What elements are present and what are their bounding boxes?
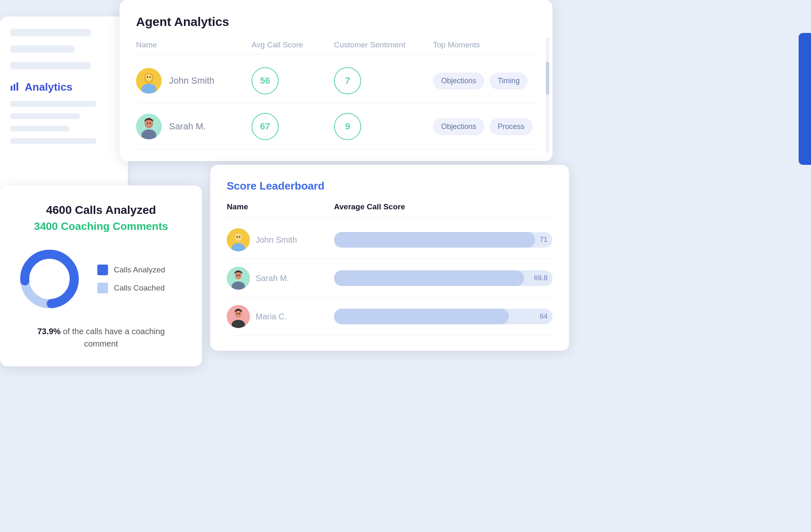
sarah-name: Sarah M.: [169, 121, 206, 132]
lb-john-agent: John Smith: [227, 228, 334, 251]
john-bar-fill: [334, 232, 535, 248]
col-sentiment: Customer Sentiment: [334, 40, 433, 49]
svg-point-26: [237, 274, 238, 276]
sarah-sentiment-cell: 9: [334, 113, 433, 140]
scrollbar-thumb: [546, 62, 549, 95]
legend-dot-analyzed: [97, 265, 108, 275]
lb-maria-name: Maria C.: [256, 312, 287, 321]
agent-analytics-card: Agent Analytics Name Avg Call Score Cust…: [120, 0, 552, 161]
scrollbar-track[interactable]: [546, 37, 549, 153]
svg-point-25: [235, 272, 242, 279]
sarah-bar-fill: [334, 270, 524, 286]
donut-chart: [16, 246, 82, 312]
john-bar-track: 71: [334, 232, 552, 248]
john-moment-timing: Timing: [489, 73, 528, 89]
john-moment-objections: Objections: [433, 73, 484, 89]
legend-label-analyzed: Calls Analyzed: [114, 265, 165, 274]
sarah-moment-objections: Objections: [433, 118, 484, 135]
svg-point-32: [239, 313, 240, 314]
svg-point-30: [235, 310, 242, 318]
coaching-pct: 73.9%: [37, 327, 61, 336]
analytics-label: Analytics: [25, 81, 73, 94]
lb-john-avatar: [227, 228, 250, 251]
svg-rect-0: [11, 86, 12, 91]
agent-row-sarah: Sarah M. 67 9 Objections Process: [136, 104, 536, 150]
lb-sarah-avatar: [227, 267, 250, 290]
maria-bar-container: 64: [334, 309, 552, 324]
lb-row-john: John Smith 71: [227, 221, 552, 259]
maria-bar-fill: [334, 309, 509, 324]
lb-maria-agent: Maria C.: [227, 305, 334, 328]
svg-point-22: [239, 236, 240, 238]
john-avatar: [136, 68, 162, 94]
calls-title: 4600 Calls Analyzed: [16, 204, 186, 217]
sarah-bar-track: 69.8: [334, 270, 552, 286]
john-sentiment-cell: 7: [334, 67, 433, 94]
john-score-badge: 56: [252, 67, 279, 94]
legend-dot-coached: [97, 283, 108, 293]
lb-maria-avatar: [227, 305, 250, 328]
blue-accent-bar: [799, 33, 811, 165]
sidebar-sm-1: [10, 101, 96, 107]
john-bar-value: 71: [540, 236, 548, 244]
sarah-score-cell: 67: [252, 113, 334, 140]
lb-row-sarah: Sarah M. 69.8: [227, 259, 552, 298]
svg-point-7: [146, 74, 152, 81]
sidebar-line-3: [10, 62, 91, 69]
sarah-agent-info: Sarah M.: [136, 114, 252, 139]
maria-bar-track: 64: [334, 309, 552, 324]
svg-rect-1: [14, 84, 15, 91]
sarah-avatar: [136, 114, 162, 139]
analytics-icon: [10, 82, 20, 93]
chart-legend: Calls Analyzed Calls Coached: [97, 265, 165, 293]
donut-section: Calls Analyzed Calls Coached: [16, 246, 186, 312]
scene: Analytics Agent Analytics Name Avg Call …: [0, 0, 811, 532]
sidebar-line-1: [10, 29, 91, 36]
analytics-nav-item[interactable]: Analytics: [10, 81, 118, 94]
svg-point-8: [147, 76, 148, 78]
lb-col-score: Average Call Score: [334, 202, 552, 211]
lb-col-name: Name: [227, 202, 334, 211]
svg-point-31: [237, 313, 238, 314]
leaderboard-title: Score Leaderboard: [227, 180, 552, 192]
svg-point-27: [239, 274, 240, 276]
lb-john-name: John Smith: [256, 235, 297, 245]
calls-analyzed-card: 4600 Calls Analyzed 3400 Coaching Commen…: [0, 185, 202, 366]
sidebar-sm-3: [10, 126, 69, 131]
john-bar-container: 71: [334, 232, 552, 248]
sarah-moments-cell: Objections Process: [433, 118, 536, 135]
lb-sarah-name: Sarah M.: [256, 274, 289, 283]
svg-point-14: [147, 122, 148, 124]
col-moments: Top Moments: [433, 40, 536, 49]
john-score-cell: 56: [252, 67, 334, 94]
sarah-bar-container: 69.8: [334, 270, 552, 286]
coaching-stat: 73.9% of the calls have a coachingcommen…: [16, 325, 186, 350]
sidebar-sm-2: [10, 113, 80, 119]
svg-point-15: [150, 122, 151, 124]
john-sentiment-badge: 7: [334, 67, 361, 94]
maria-bar-value: 64: [540, 312, 548, 321]
agent-analytics-header: Name Avg Call Score Customer Sentiment T…: [136, 40, 536, 55]
lb-sarah-agent: Sarah M.: [227, 267, 334, 290]
john-agent-info: John Smith: [136, 68, 252, 94]
sidebar-line-2: [10, 45, 75, 53]
sarah-score-badge: 67: [252, 113, 279, 140]
svg-point-21: [237, 236, 238, 238]
legend-label-coached: Calls Coached: [114, 284, 165, 293]
leaderboard-header: Name Average Call Score: [227, 202, 552, 218]
john-moments-cell: Objections Timing: [433, 73, 536, 89]
sidebar-sm-4: [10, 138, 96, 144]
svg-point-19: [235, 233, 242, 241]
sarah-moment-process: Process: [489, 118, 533, 135]
legend-calls-coached: Calls Coached: [97, 283, 165, 293]
agent-analytics-title: Agent Analytics: [136, 15, 536, 29]
coaching-subtitle: 3400 Coaching Comments: [16, 220, 186, 233]
sarah-sentiment-badge: 9: [334, 113, 361, 140]
col-avg-score: Avg Call Score: [252, 40, 334, 49]
col-name: Name: [136, 40, 252, 49]
legend-calls-analyzed: Calls Analyzed: [97, 265, 165, 275]
svg-point-13: [146, 120, 152, 127]
svg-rect-2: [16, 82, 18, 91]
svg-point-9: [150, 76, 151, 78]
leaderboard-card: Score Leaderboard Name Average Call Scor…: [210, 165, 569, 351]
